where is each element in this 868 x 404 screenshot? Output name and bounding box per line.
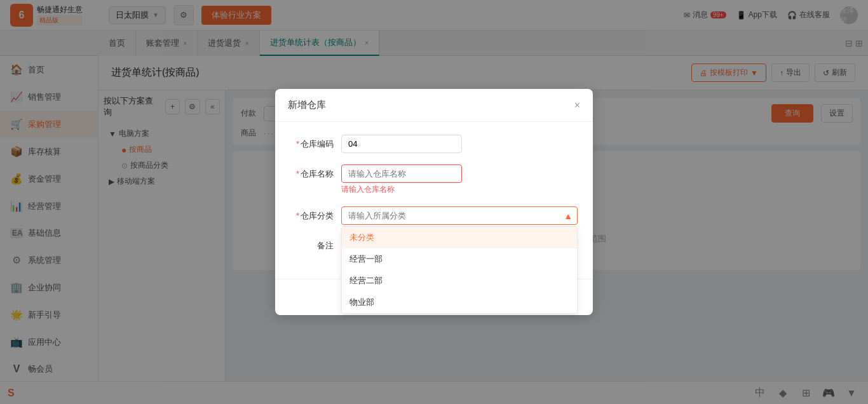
name-error-msg: 请输入仓库名称 [341, 184, 578, 195]
chevron-up-icon[interactable]: ▲ [564, 211, 573, 221]
remark-label: 备注 [290, 236, 341, 252]
dropdown-item-dept2[interactable]: 经营二部 [342, 270, 577, 292]
name-label: *仓库名称 [290, 165, 341, 180]
modal-header: 新增仓库 × [275, 89, 593, 122]
category-input-wrap: ▲ 未分类 经营一部 经营二部 物业部 [341, 206, 578, 225]
code-input-wrap [341, 135, 578, 153]
warehouse-code-input[interactable] [341, 135, 462, 153]
form-row-category: *仓库分类 ▲ 未分类 经营一部 经营二部 物业部 [290, 206, 578, 225]
form-row-name: *仓库名称 请输入仓库名称 [290, 165, 578, 195]
modal-title: 新增仓库 [288, 99, 326, 111]
dropdown-item-dept1[interactable]: 经营一部 [342, 248, 577, 270]
code-label: *仓库编码 [290, 135, 341, 150]
modal-overlay[interactable]: 新增仓库 × *仓库编码 *仓库名称 请输入仓库名称 [0, 0, 868, 404]
dropdown-item-dept3[interactable]: 物业部 [342, 292, 577, 313]
modal-body: *仓库编码 *仓库名称 请输入仓库名称 *仓库分类 [275, 122, 593, 279]
dropdown-item-uncategorized[interactable]: 未分类 [342, 227, 577, 248]
category-input[interactable] [341, 206, 578, 225]
name-input-wrap: 请输入仓库名称 [341, 165, 578, 195]
modal-close-button[interactable]: × [574, 100, 580, 111]
category-dropdown: 未分类 经营一部 经营二部 物业部 [341, 226, 578, 314]
form-row-code: *仓库编码 [290, 135, 578, 153]
modal-add-warehouse: 新增仓库 × *仓库编码 *仓库名称 请输入仓库名称 [275, 89, 593, 315]
warehouse-name-input[interactable] [341, 165, 462, 183]
category-label: *仓库分类 [290, 206, 341, 222]
